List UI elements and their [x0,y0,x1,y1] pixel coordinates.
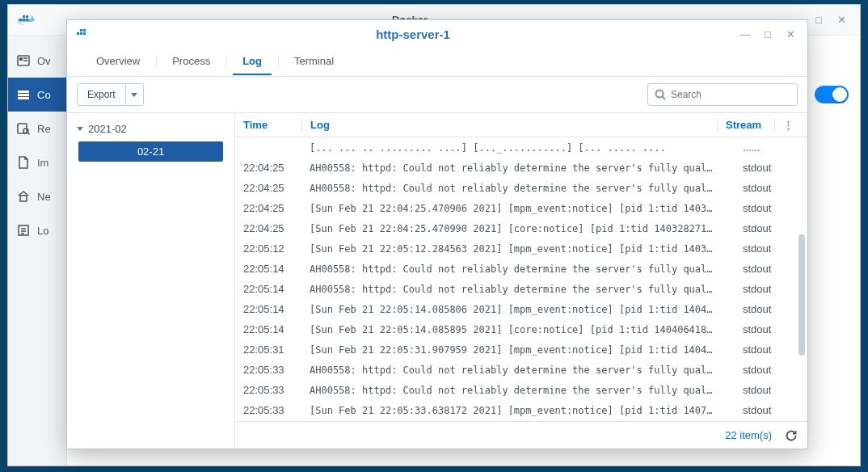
table-row[interactable]: 22:05:31[Sun Feb 21 22:05:31.907959 2021… [235,339,807,360]
table-row[interactable]: 22:04:25[Sun Feb 21 22:04:25.470906 2021… [235,198,807,218]
cell-stream: stdout [735,404,791,416]
cell-stream: stdout [735,242,791,255]
cell-time: 22:05:31 [235,343,301,356]
sidebar-item-co[interactable]: Co [8,78,66,112]
sidebar-item-ne[interactable]: Ne [8,179,66,213]
col-time[interactable]: Time [235,113,301,137]
svg-rect-23 [80,29,82,32]
svg-rect-11 [18,97,29,99]
cell-log: AH00558: httpd: Could not reliably deter… [301,263,735,275]
sidebar-item-ov[interactable]: Ov [8,44,66,78]
cell-stream: stdout [735,343,791,356]
cell-stream: stdout [735,323,791,335]
sidebar-item-label: Re [37,123,51,135]
search-box[interactable] [647,83,798,106]
cell-stream: stdout [735,384,791,396]
svg-rect-15 [20,196,27,201]
log-icon [16,223,31,238]
cell-time: 22:04:25 [235,222,301,234]
cell-stream: stdout [735,182,791,194]
cell-log: [Sun Feb 21 22:05:14.085806 2021] [mpm_e… [301,304,735,315]
cell-stream: stdout [735,263,791,275]
cell-log: AH00558: httpd: Could not reliably deter… [301,385,735,396]
column-menu-icon[interactable]: ⋮ [775,113,791,137]
maximize-button[interactable]: □ [810,11,828,29]
cell-time: 22:04:25 [235,202,301,214]
log-body: 2021-02 02-21 Time Log Stream ⋮ [... ...… [67,112,807,449]
tab-terminal[interactable]: Terminal [278,48,350,76]
toggle-knob [832,87,847,102]
chevron-down-icon [131,93,137,97]
minimize-button[interactable]: — [736,25,754,43]
table-row[interactable]: 22:05:33[Sun Feb 21 22:05:33.638172 2021… [235,400,807,420]
table-row[interactable]: 22:04:25AH00558: httpd: Could not reliab… [235,158,807,178]
close-button[interactable]: ✕ [832,11,850,29]
cell-time: 22:04:25 [235,182,301,194]
sidebar-item-lo[interactable]: Lo [8,213,66,247]
caret-down-icon [77,127,83,131]
table-row[interactable]: [... ... .. ......... ....] [..._.......… [235,137,807,158]
cell-time: 22:05:14 [235,283,301,295]
cell-log: [Sun Feb 21 22:04:25.470906 2021] [mpm_e… [301,203,735,214]
svg-rect-20 [77,32,79,35]
back-sidebar: OvCoReImNeLo [8,36,67,466]
log-table: Time Log Stream ⋮ [... ... .. ......... … [235,113,807,449]
export-button[interactable]: Export [77,83,144,106]
cell-time: 22:05:14 [235,323,301,335]
export-dropdown[interactable] [125,84,143,105]
cell-time: 22:05:33 [235,404,301,416]
table-row[interactable]: 22:05:14AH00558: httpd: Could not reliab… [235,279,807,299]
svg-rect-3 [23,15,25,18]
svg-rect-24 [83,29,86,32]
net-icon [16,189,31,204]
table-row[interactable]: 22:04:25AH00558: httpd: Could not reliab… [235,178,807,198]
close-button[interactable]: ✕ [782,25,799,43]
table-row[interactable]: 22:05:14AH00558: httpd: Could not reliab… [235,259,807,279]
container-detail-window: http-server-1 — □ ✕ OverviewProcessLogTe… [66,19,808,449]
refresh-button[interactable] [785,429,798,442]
cell-log: [Sun Feb 21 22:05:31.907959 2021] [mpm_e… [301,344,735,356]
table-row[interactable]: 22:05:12[Sun Feb 21 22:05:12.284563 2021… [235,238,807,259]
scrollbar[interactable] [798,234,805,356]
col-stream[interactable]: Stream [718,113,774,137]
svg-rect-4 [26,15,28,18]
table-row[interactable]: 22:05:14[Sun Feb 21 22:05:14.085806 2021… [235,299,807,319]
front-titlebar: http-server-1 — □ ✕ [67,20,807,48]
tree-month-group[interactable]: 2021-02 [70,120,231,138]
table-header: Time Log Stream ⋮ [235,113,807,137]
cell-stream: stdout [735,303,791,315]
table-row[interactable]: 22:05:33AH00558: httpd: Could not reliab… [235,380,807,400]
export-label: Export [78,84,125,105]
cell-time: 22:05:14 [235,303,301,315]
date-tree: 2021-02 02-21 [67,113,235,449]
tab-log[interactable]: Log [226,48,278,76]
cell-log: [Sun Feb 21 22:04:25.470990 2021] [core:… [301,223,735,234]
table-footer: 22 item(s) [235,421,807,449]
grid-icon [16,87,31,102]
col-log[interactable]: Log [302,113,717,137]
cell-stream: stdout [735,364,791,376]
table-row[interactable]: 22:05:33[Sun Feb 21 22:05:33.638251 2021… [235,420,807,421]
tab-process[interactable]: Process [156,48,226,76]
cell-stream: stdout [735,202,791,214]
cell-log: AH00558: httpd: Could not reliably deter… [301,162,735,174]
log-toolbar: Export [67,77,807,112]
svg-rect-22 [83,32,86,35]
sidebar-item-re[interactable]: Re [8,112,66,145]
cell-time: 22:05:33 [235,364,301,376]
svg-line-14 [27,133,30,135]
front-window-title: http-server-1 [95,27,731,41]
tab-overview[interactable]: Overview [80,48,156,76]
cell-time: 22:04:25 [235,162,301,174]
table-row[interactable]: 22:04:25[Sun Feb 21 22:04:25.470990 2021… [235,218,807,238]
sidebar-item-label: Ov [37,55,51,67]
cell-stream: stdout [735,283,791,295]
search-input[interactable] [671,89,792,100]
container-toggle[interactable] [815,86,849,103]
svg-line-26 [663,97,666,100]
maximize-button[interactable]: □ [759,25,777,43]
table-row[interactable]: 22:05:33AH00558: httpd: Could not reliab… [235,360,807,380]
sidebar-item-im[interactable]: Im [8,145,66,179]
tree-day-item[interactable]: 02-21 [78,141,223,162]
table-row[interactable]: 22:05:14[Sun Feb 21 22:05:14.085895 2021… [235,319,807,339]
